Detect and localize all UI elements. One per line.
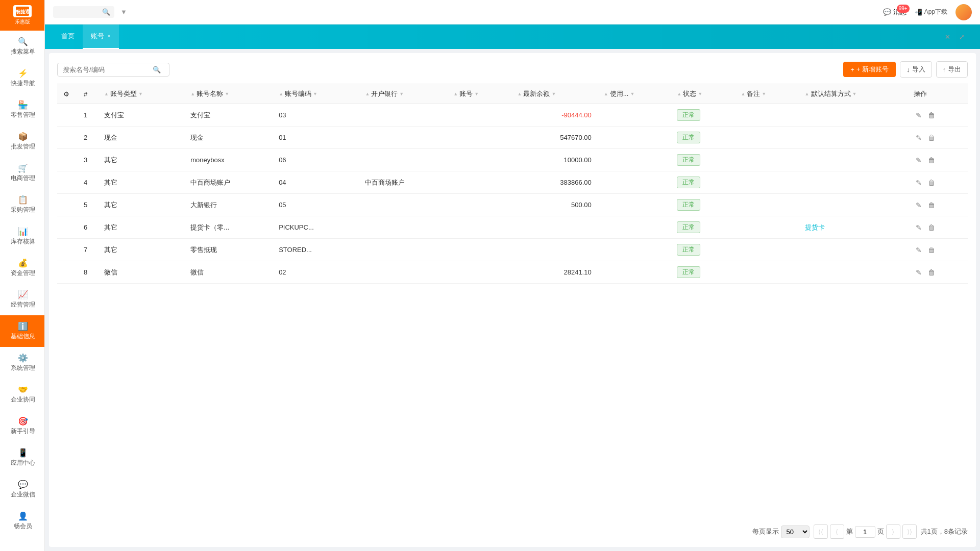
col-account: ▲ 账号 ▼	[447, 84, 511, 104]
teal-tab-bar: 首页 账号 × ✕ ⤢	[45, 24, 980, 49]
app-download-button[interactable]: 📲 App下载	[915, 8, 947, 16]
retail-icon: 🏪	[18, 100, 28, 110]
basic-icon: ℹ️	[18, 321, 28, 331]
delete-button[interactable]: 🗑	[926, 133, 937, 143]
edit-button[interactable]: ✎	[914, 222, 924, 233]
edit-button[interactable]: ✎	[914, 133, 924, 143]
import-button[interactable]: ↓ 导入	[900, 61, 932, 78]
col-balance: ▲ 最新余额 ▼	[511, 84, 597, 104]
sidebar-item-apps[interactable]: 📱 应用中心	[0, 442, 44, 473]
toolbar: 🔍 + + 新增账号 ↓ 导入 ↑ 导出	[57, 61, 968, 78]
sidebar-item-finance[interactable]: 💰 资金管理	[0, 252, 44, 284]
sort-down-icon: ▼	[698, 91, 702, 96]
edit-button[interactable]: ✎	[914, 200, 924, 210]
next-page-button[interactable]: ⟩	[886, 524, 900, 539]
table-container: ⚙ # ▲ 账号类型 ▼ ▲	[57, 84, 968, 516]
delete-button[interactable]: 🗑	[926, 110, 937, 120]
row-code: 05	[273, 194, 359, 216]
tab-close-button[interactable]: ✕	[941, 31, 953, 43]
search-input[interactable]	[63, 66, 150, 73]
sidebar-item-system[interactable]: ⚙️ 系统管理	[0, 347, 44, 379]
sidebar-item-ecommerce[interactable]: 🛒 电商管理	[0, 157, 44, 189]
delete-button[interactable]: 🗑	[926, 155, 937, 165]
row-code: 01	[273, 127, 359, 149]
phone-icon: 📲	[915, 9, 922, 16]
row-balance: 383866.00	[511, 171, 597, 194]
sort-down-icon: ▼	[399, 91, 404, 96]
search-wrap[interactable]: 🔍	[57, 63, 169, 77]
sidebar-item-member[interactable]: 👤 畅会员	[0, 505, 44, 537]
sidebar-item-inventory[interactable]: 📊 库存核算	[0, 220, 44, 252]
edit-button[interactable]: ✎	[914, 178, 924, 188]
delete-button[interactable]: 🗑	[926, 245, 937, 255]
sidebar-item-basic[interactable]: ℹ️ 基础信息	[0, 315, 44, 347]
add-account-button[interactable]: + + 新增账号	[843, 62, 896, 77]
col-remark: ▲ 备注 ▼	[734, 84, 798, 104]
delete-button[interactable]: 🗑	[926, 200, 937, 210]
sidebar-item-retail[interactable]: 🏪 零售管理	[0, 94, 44, 126]
edit-button[interactable]: ✎	[914, 245, 924, 255]
sidebar-item-operation[interactable]: 📈 经营管理	[0, 284, 44, 315]
inventory-icon: 📊	[18, 227, 28, 236]
tab-account[interactable]: 账号 ×	[83, 24, 119, 49]
system-icon: ⚙️	[18, 353, 28, 363]
sidebar-item-purchase[interactable]: 📋 采购管理	[0, 189, 44, 220]
edit-button[interactable]: ✎	[914, 155, 924, 165]
row-use	[598, 216, 671, 239]
accounts-table: ⚙ # ▲ 账号类型 ▼ ▲	[57, 84, 968, 284]
status-badge: 正常	[677, 154, 700, 166]
tab-home[interactable]: 首页	[53, 24, 83, 49]
col-use: ▲ 使用... ▼	[598, 84, 671, 104]
table-row: 7 其它 零售抵现 STORED... 正常 ✎ 🗑	[57, 239, 968, 261]
app-download-label: App下载	[924, 8, 947, 16]
export-button[interactable]: ↑ 导出	[936, 61, 968, 78]
row-account	[447, 104, 511, 127]
tab-account-close[interactable]: ×	[107, 33, 111, 39]
row-code: 06	[273, 149, 359, 171]
delete-button[interactable]: 🗑	[926, 267, 937, 278]
notification-button[interactable]: 💬 消息 99+	[883, 8, 906, 17]
row-status: 正常	[671, 216, 734, 239]
edit-button[interactable]: ✎	[914, 110, 924, 120]
delete-button[interactable]: 🗑	[926, 222, 937, 233]
page-number-input[interactable]	[855, 526, 875, 538]
sidebar-nav: 🔍 搜索菜单 ⚡ 快捷导航 🏪 零售管理 📦 批发管理 🛒 电商管理 📋 采购管…	[0, 31, 44, 551]
sidebar-item-guide[interactable]: 🎯 新手引导	[0, 410, 44, 442]
sidebar-item-label: 采购管理	[11, 206, 35, 214]
sidebar-item-collab[interactable]: 🤝 企业协同	[0, 379, 44, 410]
settings-gear-icon[interactable]: ⚙	[63, 90, 69, 98]
row-use	[598, 261, 671, 284]
add-icon: +	[850, 66, 854, 73]
page-size-dropdown[interactable]: 50 100 200	[781, 525, 810, 538]
sort-up-icon: ▲	[677, 91, 681, 96]
sidebar-item-label: 应用中心	[11, 459, 35, 467]
status-badge: 正常	[677, 221, 700, 233]
row-use	[598, 239, 671, 261]
header-search[interactable]: 🔍	[53, 6, 114, 18]
sidebar-item-quick[interactable]: ⚡ 快捷导航	[0, 62, 44, 94]
dropdown-arrow-icon[interactable]: ▼	[120, 8, 127, 16]
row-balance: -90444.00	[511, 104, 597, 127]
prev-page-button[interactable]: ⟨	[830, 524, 844, 539]
sidebar-item-search[interactable]: 🔍 搜索菜单	[0, 31, 44, 62]
sidebar-item-label: 批发管理	[11, 142, 35, 151]
row-balance: 10000.00	[511, 149, 597, 171]
wechat-icon: 💬	[18, 480, 28, 489]
total-label: 共1页，8条记录	[921, 527, 968, 536]
row-remark	[734, 171, 798, 194]
per-page-label: 每页显示	[752, 527, 779, 536]
row-num: 6	[78, 216, 98, 239]
row-status: 正常	[671, 239, 734, 261]
sidebar-item-wechat[interactable]: 💬 企业微信	[0, 473, 44, 505]
delete-button[interactable]: 🗑	[926, 178, 937, 188]
edit-button[interactable]: ✎	[914, 267, 924, 278]
user-avatar[interactable]	[955, 4, 972, 20]
last-page-button[interactable]: ⟩⟩	[902, 524, 917, 539]
header-search-input[interactable]	[58, 9, 99, 16]
row-action: ✎ 🗑	[908, 171, 968, 194]
tab-home-label: 首页	[61, 32, 75, 41]
first-page-button[interactable]: ⟨⟨	[814, 524, 828, 539]
tab-expand-button[interactable]: ⤢	[955, 31, 968, 43]
app-logo: 畅捷通 乐惠版	[0, 0, 44, 31]
sidebar-item-wholesale[interactable]: 📦 批发管理	[0, 126, 44, 157]
